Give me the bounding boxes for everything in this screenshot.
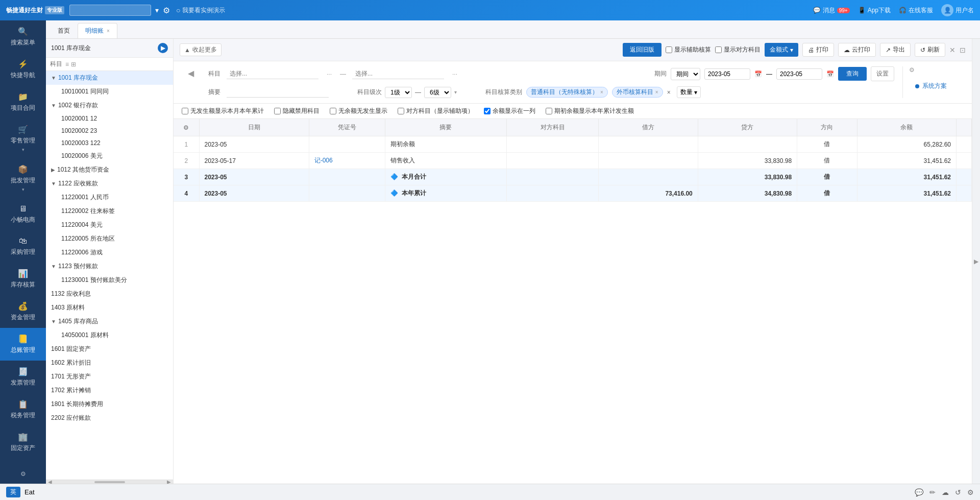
system-plan-btn[interactable]: 系统方案 — [909, 78, 964, 94]
sidebar-item-search[interactable]: 🔍 搜索菜单 — [0, 20, 46, 53]
scroll-left-btn[interactable]: ◀ — [48, 479, 52, 484]
quantity-btn[interactable]: 数量 ▾ — [677, 86, 701, 98]
col-settings-icon[interactable]: ⚙ — [183, 124, 189, 131]
pen-icon[interactable]: ✏ — [929, 488, 936, 496]
cb-no-occur-input[interactable] — [182, 108, 188, 114]
tree-list-view-btn[interactable]: ≡ — [65, 61, 69, 68]
category-tag-1[interactable]: 普通科目（无特殊核算） × — [526, 87, 608, 98]
sidebar-item-fixedasset[interactable]: 🏢 固定资产 — [0, 426, 46, 459]
sidebar-item-project[interactable]: 📁 项目合同 — [0, 86, 46, 118]
tree-item-11220002[interactable]: 11220002 往来标签 — [46, 204, 173, 218]
sidebar-item-purchase[interactable]: 🛍 采购管理 — [0, 230, 46, 263]
sidebar-settings-btn[interactable]: ⚙ — [0, 464, 46, 484]
search-btn[interactable]: 查询 — [838, 67, 867, 81]
settings-btn[interactable]: 设置 — [871, 66, 894, 81]
tree-item-1601[interactable]: 1601 固定资产 — [46, 342, 173, 356]
cb-no-occur[interactable]: 无发生额显示本月本年累计 — [182, 107, 264, 115]
tree-item-10020001[interactable]: 10020001 12 — [46, 112, 173, 125]
tree-expand-btn[interactable]: ⊞ — [71, 61, 76, 68]
period-date-to-icon[interactable]: 📅 — [826, 70, 834, 78]
return-old-btn[interactable]: 返回旧版 — [623, 43, 662, 57]
tab-home[interactable]: 首页 — [50, 23, 78, 38]
show-contra-checkbox[interactable]: 显示对方科目 — [715, 45, 761, 54]
tree-item-14050001[interactable]: 14050001 原材料 — [46, 328, 173, 342]
tab-detail-close[interactable]: × — [107, 28, 110, 34]
tree-item-10010001[interactable]: 10010001 同同同 — [46, 85, 173, 99]
tree-item-1001[interactable]: ▼ 1001 库存现金 — [46, 71, 173, 85]
sidebar-item-tax[interactable]: 📋 税务管理 — [0, 393, 46, 426]
tree-item-1701[interactable]: 1701 无形资产 — [46, 370, 173, 384]
amount-format-btn[interactable]: 金额式 ▾ — [765, 43, 798, 57]
cell-voucher-2[interactable]: 记-006 — [309, 153, 385, 169]
subject-from-input[interactable] — [227, 68, 318, 79]
scroll-right-btn[interactable]: ▶ — [167, 479, 171, 484]
tree-item-11220004[interactable]: 11220004 美元 — [46, 218, 173, 232]
tree-item-2202[interactable]: 2202 应付账款 — [46, 411, 173, 425]
level-dropdown-icon[interactable]: ▾ — [454, 89, 457, 95]
period-type-select[interactable]: 期间 — [671, 68, 700, 80]
level-from-select[interactable]: 1级 — [385, 87, 412, 98]
refresh-btn[interactable]: ↺ 刷新 — [915, 43, 945, 57]
sidebar-item-invoice[interactable]: 🧾 发票管理 — [0, 361, 46, 393]
tree-item-10020003[interactable]: 10020003 122 — [46, 137, 173, 149]
level-to-select[interactable]: 6级 — [424, 87, 451, 98]
sidebar-item-retail[interactable]: 🛒 零售管理 ▾ — [0, 118, 46, 158]
period-from-input[interactable] — [704, 68, 750, 80]
period-date-from-icon[interactable]: 📅 — [754, 70, 762, 78]
show-auxiliary-checkbox[interactable]: 显示辅助核算 — [666, 45, 711, 54]
cb-contra[interactable]: 对方科目（显示辅助项） — [398, 107, 474, 115]
voucher-link-2[interactable]: 记-006 — [314, 157, 333, 164]
tree-nav-btn[interactable]: ▶ — [158, 43, 168, 53]
cloud-print-btn[interactable]: ☁ 云打印 — [838, 43, 876, 57]
sidebar-item-capital[interactable]: 💰 资金管理 — [0, 295, 46, 328]
tree-item-11230001[interactable]: 11230001 预付账款美分 — [46, 273, 173, 287]
subject-to-input[interactable] — [352, 68, 444, 79]
tree-item-1122[interactable]: ▼ 1122 应收账款 — [46, 177, 173, 191]
cb-hide-disabled-input[interactable] — [274, 108, 281, 114]
sync-icon[interactable]: ↺ — [955, 488, 961, 496]
tree-item-1012[interactable]: ▶ 1012 其他货币资金 — [46, 163, 173, 177]
expand-panel-btn[interactable]: ⊡ — [960, 46, 966, 54]
print-btn[interactable]: 🖨 打印 — [802, 43, 834, 57]
cb-opening-balance-input[interactable] — [546, 108, 552, 114]
cb-contra-input[interactable] — [398, 108, 404, 114]
tree-item-11220006[interactable]: 11220006 游戏 — [46, 246, 173, 259]
tree-item-11220001[interactable]: 11220001 人民币 — [46, 191, 173, 204]
period-to-input[interactable] — [776, 68, 822, 80]
message-btn[interactable]: 💬 消息 99+ — [813, 6, 850, 15]
tree-item-1602[interactable]: 1602 累计折旧 — [46, 356, 173, 370]
close-panel-btn[interactable]: ✕ — [949, 46, 955, 54]
export-btn[interactable]: ↗ 导出 — [880, 43, 911, 57]
demo-btn[interactable]: ○ 我要看实例演示 — [176, 6, 225, 15]
tree-item-11220005[interactable]: 11220005 所在地区 — [46, 232, 173, 246]
sidebar-item-wholesale[interactable]: 📦 批发管理 ▾ — [0, 158, 46, 198]
dropdown-btn[interactable]: ▾ — [155, 6, 159, 14]
tab-detail[interactable]: 明细账 × — [78, 23, 117, 38]
sidebar-item-ecommerce[interactable]: 🖥 小畅电商 — [0, 198, 46, 230]
cb-hide-disabled[interactable]: 隐藏禁用科目 — [274, 107, 320, 115]
online-service-btn[interactable]: 🎧 在线客服 — [899, 6, 933, 15]
tree-item-1123[interactable]: ▼ 1123 预付账款 — [46, 259, 173, 273]
cloud-bottom-icon[interactable]: ☁ — [942, 488, 949, 496]
tree-item-1132[interactable]: 1132 应收利息 — [46, 287, 173, 301]
tree-item-1801[interactable]: 1801 长期待摊费用 — [46, 397, 173, 411]
chat-icon[interactable]: 💬 — [915, 488, 923, 496]
tree-item-1002[interactable]: ▼ 1002 银行存款 — [46, 99, 173, 112]
sidebar-item-quicknav[interactable]: ⚡ 快捷导航 — [0, 53, 46, 86]
user-area[interactable]: 👤 用户名 — [941, 4, 974, 16]
filter-collapse-icon[interactable]: ◀ — [188, 68, 194, 78]
lang-switch-btn[interactable]: 英 — [6, 487, 20, 497]
cb-balance-one-col[interactable]: 余额显示在一列 — [484, 107, 535, 115]
settings-bottom-icon[interactable]: ⚙ — [967, 488, 974, 496]
category-tag-1-remove[interactable]: × — [600, 89, 603, 95]
show-contra-input[interactable] — [715, 46, 722, 53]
category-tag-2[interactable]: 外币核算科目 × — [612, 87, 663, 98]
scheme-settings-icon-wrap[interactable]: ⚙ — [909, 66, 964, 74]
tree-item-1702[interactable]: 1702 累计摊销 — [46, 384, 173, 397]
category-tag-2-remove[interactable]: × — [655, 89, 658, 95]
cb-no-balance[interactable]: 无余额无发生显示 — [330, 107, 387, 115]
cb-balance-one-col-input[interactable] — [484, 108, 491, 114]
summary-input[interactable] — [227, 87, 329, 98]
tree-item-1403[interactable]: 1403 原材料 — [46, 301, 173, 315]
sidebar-item-general[interactable]: 📒 总账管理 — [0, 328, 46, 361]
